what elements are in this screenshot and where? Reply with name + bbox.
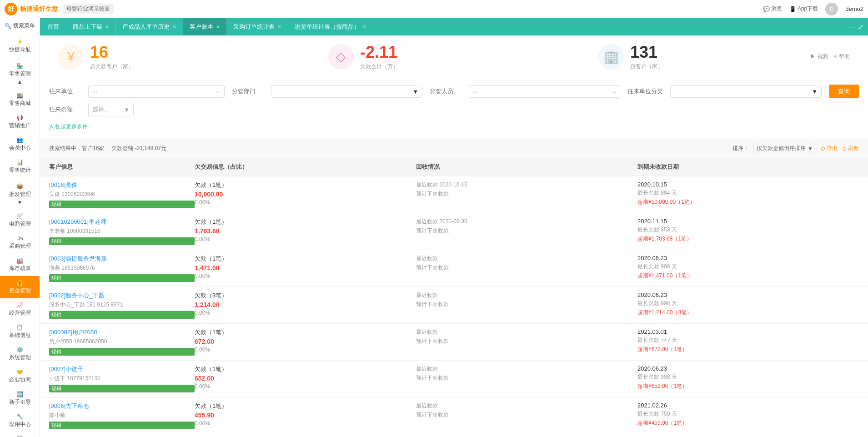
overdue-link-0016[interactable]: 超期¥10,000.00（1笔） — [637, 198, 859, 206]
tab-bar-actions: — ⤢ — [847, 23, 868, 31]
debt-count-5: 欠款（1笔） — [195, 365, 416, 373]
tab-close-product-shelf[interactable]: ✕ — [105, 24, 109, 30]
customer-cell-0016: [0016]吴俊 吴俊 13026203696 现销 — [49, 181, 195, 208]
due-date-2: 2020.06.23 — [637, 255, 859, 261]
arrow-icon: ▲ — [17, 79, 23, 85]
debt-amount-3[interactable]: 1,214.00 — [195, 301, 416, 308]
sidebar-item-inventory[interactable]: 🏭 库存核算 — [0, 254, 40, 276]
customer-name-6[interactable]: [0006]去下粮仓 — [49, 402, 195, 410]
sidebar-item-purchase[interactable]: 🛍 采购管理 — [0, 231, 40, 254]
max-days-4: 最长欠款 747 天 — [637, 337, 859, 344]
sidebar-item-retail-mgmt[interactable]: 🏪 零售管理 ▲ — [0, 59, 40, 89]
manager-input[interactable]: ··· ··· — [469, 85, 620, 98]
stat-value-debt-customers: 16 — [90, 43, 134, 62]
export-btn[interactable]: ⊙ 导出 — [821, 145, 838, 152]
sidebar-item-operation[interactable]: 📈 经营管理 — [0, 298, 40, 321]
sidebar-search-btn[interactable]: 🔍 搜索菜单 — [0, 18, 40, 33]
debt-amount-5[interactable]: 652.00 — [195, 375, 416, 382]
avatar[interactable]: D — [825, 3, 838, 15]
messages-btn[interactable]: 💬 消息 — [763, 5, 782, 13]
dept-input[interactable]: ▼ — [271, 85, 422, 98]
unit-category-input[interactable]: ▼ — [670, 85, 822, 98]
overdue-link-3[interactable]: 超期¥1,214.00（3笔） — [637, 309, 859, 316]
debt-ratio-5: 0.00% — [195, 383, 416, 390]
customer-name-5[interactable]: [0007]小进干 — [49, 365, 195, 373]
customer-name-4[interactable]: [000002]用户2050 — [49, 328, 195, 337]
main-layout: 🔍 搜索菜单 ⚡ 快捷导航 🏪 零售管理 ▲ 🏬 零售商城 📢 营销推广 — [0, 18, 868, 437]
tab-home[interactable]: 首页 — [40, 23, 66, 31]
member-icon: 👥 — [16, 137, 23, 143]
customer-name-2[interactable]: [0003]畅捷服务尹海燕 — [49, 255, 195, 263]
sort-select[interactable]: 按欠款金额倒序排序 ▼ — [753, 143, 816, 154]
help-btn[interactable]: ⊙ 帮助 — [833, 53, 850, 60]
sidebar-item-retail-stats[interactable]: 📊 零售统计 — [0, 156, 40, 178]
search-button[interactable]: 查询 — [829, 85, 859, 98]
debt-count-3: 欠款（3笔） — [195, 291, 416, 300]
store-selector[interactable]: 母婴行业演示账套 — [63, 4, 114, 14]
recent-payment-3: 最近收款 — [416, 291, 637, 299]
tab-bar: 首页 商品上下架 ✕ 产成品入库单历史 ✕ 客户账本 ✕ 采购订单统计表 ✕ — [40, 18, 868, 35]
main-content: ¥ 16 总欠款客户（家） ◇ -2.11 欠款合计（万） — [40, 35, 868, 437]
collab-icon: 🤝 — [16, 369, 23, 375]
result-bar-left: 搜索结果中，客户16家 欠款金额 -21,148.07元 — [49, 145, 166, 152]
due-cell-6: 2021.02.26 最长欠款 750 天 超期¥455.90（1笔） — [637, 402, 859, 429]
from-unit-input[interactable]: ··· ··· — [88, 85, 225, 98]
tab-customer-account[interactable]: 客户账本 ✕ — [183, 18, 227, 35]
sidebar-item-system[interactable]: ⚙️ 系统管理 — [0, 343, 40, 365]
sidebar-item-basic-info[interactable]: 📋 基础信息 — [0, 321, 40, 343]
tab-close-customer-account[interactable]: ✕ — [216, 24, 220, 30]
app-download-btn[interactable]: 📱 App下载 — [789, 5, 818, 13]
tab-close-purchase-stats[interactable]: ✕ — [362, 24, 366, 30]
unit-category-arrow: ▼ — [812, 88, 818, 95]
sidebar-item-marketing[interactable]: 📢 营销推广 — [0, 111, 40, 133]
stat-text-total-customers: 131 总客户（家） — [630, 43, 663, 70]
debt-amount-2[interactable]: 1,471.00 — [195, 264, 416, 271]
customer-name-3[interactable]: [0002]服务中心_丁磊 — [49, 291, 195, 300]
tab-purchase-stats[interactable]: 进货单统计表（按商品） ✕ — [288, 18, 373, 35]
due-date-3: 2020.06.23 — [637, 291, 859, 298]
tab-purchase-order[interactable]: 采购订单统计表 ✕ — [227, 18, 288, 35]
top-bar-right: 💬 消息 📱 App下载 D demo2 — [763, 3, 863, 15]
customer-cell-3: [0002]服务中心_丁磊 服务中心_丁磊 181 0125 8371 现销 — [49, 291, 195, 319]
overdue-link-6[interactable]: 超期¥455.90（1笔） — [637, 419, 859, 427]
sidebar-item-corp-wechat[interactable]: 💬 企业微信 — [0, 432, 40, 437]
customer-phone-3: 服务中心_丁磊 181 0125 8371 — [49, 301, 195, 309]
debt-cell-0016: 欠款（1笔） 10,000.00 0.00% — [195, 181, 416, 208]
tab-close-purchase-order[interactable]: ✕ — [277, 24, 281, 30]
username[interactable]: demo2 — [845, 5, 863, 12]
due-cell-0016: 2020.10.15 最长欠款 884 天 超期¥10,000.00（1笔） — [637, 181, 859, 208]
debt-amount-6[interactable]: 455.90 — [195, 412, 416, 419]
video-btn[interactable]: ▶ 视频 — [810, 53, 828, 60]
sidebar-item-member[interactable]: 👥 会员中心 — [0, 133, 40, 156]
sidebar-item-batch-mgmt[interactable]: 📦 批发管理 ▼ — [0, 180, 40, 209]
debt-amount-4[interactable]: 672.00 — [195, 338, 416, 345]
sidebar-item-app-center[interactable]: 🔧 应用中心 — [0, 410, 40, 432]
col-header-debt: 欠交易信息（占比） — [195, 163, 416, 171]
collapse-btn[interactable]: ⋀ 收起更多条件 — [49, 123, 859, 131]
sidebar-item-capital[interactable]: 💰 资金管理 — [0, 276, 40, 298]
customer-name-1[interactable]: [00010200001]李老师 — [49, 218, 195, 226]
overdue-link-4[interactable]: 超期¥672.00（1笔） — [637, 346, 859, 353]
sidebar-item-corp-collab[interactable]: 🤝 企业协同 — [0, 365, 40, 387]
customer-cell-4: [000002]用户2050 用户2050 18665062050 现销 — [49, 328, 195, 356]
sidebar-item-ecommerce[interactable]: 🛒 电商管理 — [0, 209, 40, 231]
tab-product-history[interactable]: 产成品入库单历史 ✕ — [116, 18, 183, 35]
balance-select[interactable]: 选择... ▼ — [88, 103, 134, 116]
debt-ratio-2: 0.00% — [195, 273, 416, 279]
customer-name-0016[interactable]: [0016]吴俊 — [49, 181, 195, 189]
tab-maximize-btn[interactable]: ⤢ — [858, 23, 863, 31]
tab-close-product-history[interactable]: ✕ — [172, 24, 176, 30]
debt-amount-1[interactable]: 1,703.68 — [195, 227, 416, 235]
tab-minimize-btn[interactable]: — — [847, 23, 854, 31]
arrow-icon-2: ▼ — [17, 199, 23, 206]
debt-amount-0016[interactable]: 10,000.00 — [195, 191, 416, 198]
sidebar-item-retail-store[interactable]: 🏬 零售商城 — [0, 89, 40, 111]
overdue-link-5[interactable]: 超期¥652.00（1笔） — [637, 382, 859, 390]
overdue-link-2[interactable]: 超期¥1,471.00（1笔） — [637, 272, 859, 280]
debt-count-4: 欠款（1笔） — [195, 328, 416, 337]
sidebar-item-nav[interactable]: ⚡ 快捷导航 — [0, 35, 40, 57]
refresh-btn[interactable]: ⊙ 刷新 — [842, 145, 859, 152]
overdue-link-1[interactable]: 超期¥1,703.68（1笔） — [637, 235, 859, 243]
tab-product-shelf[interactable]: 商品上下架 ✕ — [66, 18, 116, 35]
sidebar-item-guide[interactable]: 🆕 新手引导 — [0, 387, 40, 410]
